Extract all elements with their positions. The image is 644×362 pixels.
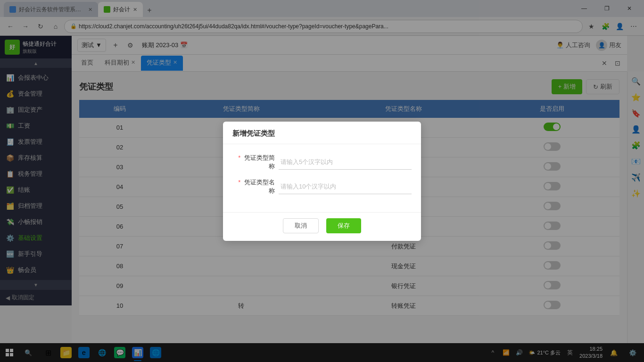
label-text-short: 凭证类型简称 — [244, 154, 275, 170]
required-asterisk-2: * — [238, 179, 240, 186]
save-button[interactable]: 保存 — [326, 218, 361, 233]
modal-footer: 取消 保存 — [223, 212, 421, 241]
add-voucher-modal: 新增凭证类型 * 凭证类型简称 * 凭证类型名称 取消 保存 — [223, 122, 421, 241]
form-label-short-name: * 凭证类型简称 — [232, 154, 275, 171]
modal-overlay: 新增凭证类型 * 凭证类型简称 * 凭证类型名称 取消 保存 — [0, 0, 644, 362]
form-row-full-name: * 凭证类型名称 — [232, 178, 412, 195]
form-label-full-name: * 凭证类型名称 — [232, 178, 275, 195]
modal-title: 新增凭证类型 — [232, 129, 275, 138]
cancel-button[interactable]: 取消 — [283, 218, 319, 233]
input-full-name[interactable] — [279, 179, 412, 194]
label-text-full: 凭证类型名称 — [244, 179, 275, 194]
input-short-name[interactable] — [279, 155, 412, 170]
modal-body: * 凭证类型简称 * 凭证类型名称 — [223, 144, 421, 212]
form-row-short-name: * 凭证类型简称 — [232, 154, 412, 171]
modal-header: 新增凭证类型 — [223, 122, 421, 144]
required-asterisk-1: * — [238, 154, 240, 161]
